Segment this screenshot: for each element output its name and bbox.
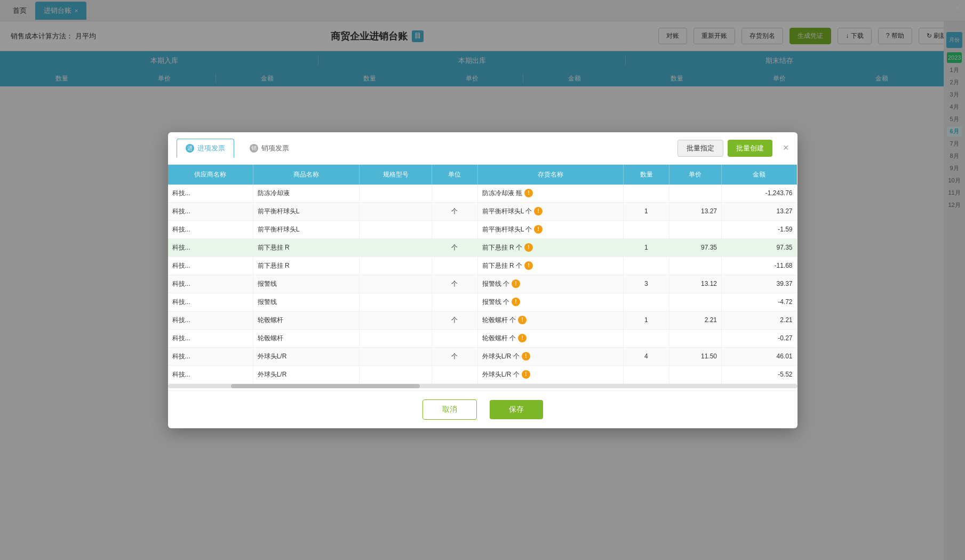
cell-price: 13.27 [669,202,721,220]
cell-supplier: 科技... [168,220,253,238]
table-row: 科技...防冻冷却液防冻冷却液 瓶!-1,243.76 [168,185,797,203]
save-button[interactable]: 保存 [490,400,543,419]
cell-product: 前平衡杆球头L [253,220,360,238]
cell-spec [360,202,432,220]
cell-supplier: 科技... [168,347,253,365]
batch-assign-button[interactable]: 批量指定 [677,140,723,157]
cell-unit [432,185,478,203]
cell-amount: 46.01 [722,347,797,365]
cell-inventory: 前平衡杆球头L 个! [478,221,624,238]
th-spec: 规格型号 [360,165,432,185]
scrollbar-thumb[interactable] [231,384,420,388]
cell-product: 前下悬挂 R [253,238,360,257]
th-price: 单价 [669,165,721,185]
horizontal-scrollbar[interactable] [168,384,797,388]
cell-amount: 97.35 [722,238,797,257]
cell-price: 97.35 [669,238,721,257]
cell-unit [432,220,478,238]
cell-spec [360,365,432,383]
cell-product: 报警线 [253,293,360,311]
cell-unit [432,365,478,383]
cell-price [669,365,721,383]
cell-unit [432,293,478,311]
warning-icon[interactable]: ! [534,225,543,234]
warning-icon[interactable]: ! [524,189,533,197]
warning-icon[interactable]: ! [512,298,520,306]
cell-qty [624,329,669,347]
th-supplier: 供应商名称 [168,165,253,185]
cell-inventory: 报警线 个! [478,293,624,311]
window-close-icon[interactable]: × [954,2,961,14]
app-background: 首页 进销台账 × 销售成本计算方法： 月平均 商贸企业进销台账 目 对账 重新… [0,0,965,560]
table-row: 科技...轮毂螺杆轮毂螺杆 个!-0.27 [168,329,797,347]
cell-price [669,293,721,311]
modal-tab-sales[interactable]: 销 销项发票 [241,139,298,158]
cell-inventory: 外球头L/R 个! [478,348,624,365]
th-amount: 金额 [722,165,797,185]
cell-unit: 个 [432,202,478,220]
cancel-button[interactable]: 取消 [422,399,477,420]
cell-qty: 1 [624,238,669,257]
warning-icon[interactable]: ! [524,243,533,252]
cell-qty [624,185,669,203]
warning-icon[interactable]: ! [518,334,527,342]
modal-table-wrap: 供应商名称 商品名称 规格型号 单位 存货名称 数量 单价 金额 科技...防冻… [168,165,797,384]
table-row: 科技...前平衡杆球头L个前平衡杆球头L 个!113.2713.27 [168,202,797,220]
cell-price [669,185,721,203]
warning-icon[interactable]: ! [524,261,533,270]
cell-supplier: 科技... [168,202,253,220]
cell-product: 外球头L/R [253,347,360,365]
warning-icon[interactable]: ! [534,207,543,215]
cell-inventory: 防冻冷却液 瓶! [478,185,624,202]
cell-price [669,220,721,238]
table-header-row: 供应商名称 商品名称 规格型号 单位 存货名称 数量 单价 金额 [168,165,797,185]
modal-header: 进 进项发票 销 销项发票 批量指定 批量创建 × [168,132,797,165]
modal-header-actions: 批量指定 批量创建 [677,140,772,157]
table-body: 科技...防冻冷却液防冻冷却液 瓶!-1,243.76科技...前平衡杆球头L个… [168,185,797,384]
cell-amount: -1,243.76 [722,185,797,203]
modal-tab-purchase[interactable]: 进 进项发票 [177,139,234,158]
cell-amount: -4.72 [722,293,797,311]
table-row: 科技...外球头L/R个外球头L/R 个!411.5046.01 [168,347,797,365]
cell-unit: 个 [432,311,478,329]
cell-qty [624,257,669,275]
cell-price: 2.21 [669,311,721,329]
cell-inventory: 前下悬挂 R 个! [478,239,624,257]
th-qty: 数量 [624,165,669,185]
cell-qty [624,365,669,383]
warning-icon[interactable]: ! [518,316,527,324]
cell-spec [360,329,432,347]
cell-inventory: 轮毂螺杆 个! [478,330,624,347]
cell-unit: 个 [432,275,478,293]
modal-footer: 取消 保存 [168,390,797,428]
cell-product: 前平衡杆球头L [253,202,360,220]
cell-qty: 3 [624,275,669,293]
cell-amount: 13.27 [722,202,797,220]
batch-create-button[interactable]: 批量创建 [728,140,772,157]
cell-qty: 1 [624,202,669,220]
cell-supplier: 科技... [168,365,253,383]
cell-unit: 个 [432,238,478,257]
table-row: 科技...外球头L/R外球头L/R 个!-5.52 [168,365,797,383]
cell-spec [360,311,432,329]
cell-spec [360,347,432,365]
modal-dialog: 进 进项发票 销 销项发票 批量指定 批量创建 × 供应 [168,132,797,428]
modal-close-button[interactable]: × [783,142,789,154]
cell-amount: -11.68 [722,257,797,275]
cell-amount: 2.21 [722,311,797,329]
cell-spec [360,220,432,238]
cell-amount: -5.52 [722,365,797,383]
purchase-tab-label: 进项发票 [197,143,225,153]
purchase-tab-icon: 进 [186,144,194,153]
cell-spec [360,238,432,257]
warning-icon[interactable]: ! [522,370,530,379]
cell-inventory: 前下悬挂 R 个! [478,257,624,275]
cell-spec [360,275,432,293]
sales-tab-label: 销项发票 [261,143,289,153]
cell-product: 报警线 [253,275,360,293]
warning-icon[interactable]: ! [522,352,530,361]
cell-supplier: 科技... [168,238,253,257]
warning-icon[interactable]: ! [512,279,520,288]
table-row: 科技...轮毂螺杆个轮毂螺杆 个!12.212.21 [168,311,797,329]
th-inventory: 存货名称 [477,165,624,185]
